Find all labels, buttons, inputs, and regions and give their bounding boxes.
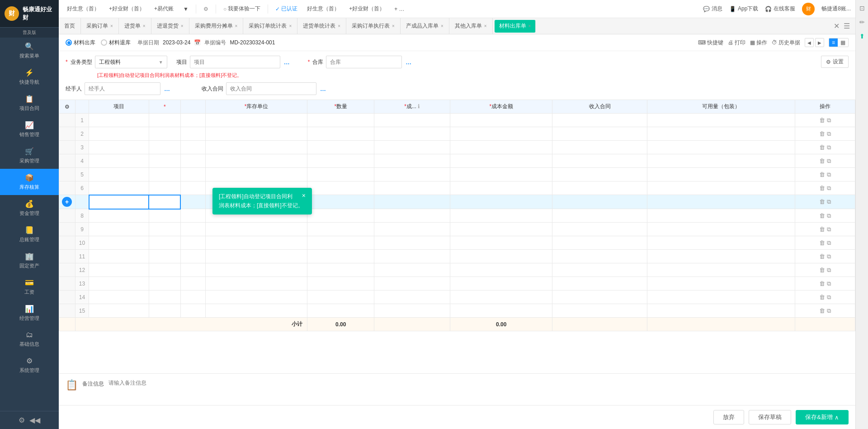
td-spec[interactable] bbox=[180, 236, 205, 250]
td-quantity[interactable] bbox=[307, 277, 374, 291]
delete-icon[interactable]: 🗑 bbox=[819, 212, 825, 219]
tab-close-icon[interactable]: × bbox=[338, 24, 340, 29]
td-spec[interactable] bbox=[180, 181, 205, 195]
tab-purchase-expense[interactable]: 采购费用分摊单 × bbox=[189, 18, 244, 34]
discard-button[interactable]: 放弃 bbox=[713, 410, 744, 424]
delete-icon[interactable]: 🗑 bbox=[819, 267, 825, 273]
td-cost-amount[interactable] bbox=[450, 181, 552, 195]
sidebar-item-inventory[interactable]: 📦 库存核算 bbox=[0, 169, 59, 195]
nav-haoyecai2[interactable]: +好业财（首） bbox=[345, 0, 388, 18]
message-btn[interactable]: 💬 消息 bbox=[703, 5, 722, 13]
td-material[interactable] bbox=[149, 114, 180, 127]
td-spec[interactable] bbox=[180, 223, 205, 236]
tab-close-icon[interactable]: × bbox=[235, 24, 238, 29]
td-material[interactable] bbox=[149, 141, 180, 154]
td-income-contract[interactable] bbox=[552, 168, 647, 181]
tab-purchase-stat[interactable]: 采购订单统计表 × bbox=[243, 18, 297, 34]
more-tabs-icon[interactable]: ☰ bbox=[843, 21, 851, 31]
td-available-qty[interactable] bbox=[647, 114, 795, 127]
td-material[interactable] bbox=[149, 277, 180, 291]
td-project[interactable] bbox=[89, 250, 149, 263]
user-avatar[interactable]: 财 bbox=[802, 3, 815, 15]
delete-icon[interactable]: 🗑 bbox=[819, 294, 825, 300]
copy-icon[interactable]: ⧉ bbox=[827, 239, 831, 246]
td-income-contract[interactable] bbox=[552, 304, 647, 318]
td-project[interactable] bbox=[89, 181, 149, 195]
tab-home[interactable]: 首页 bbox=[59, 18, 81, 34]
td-cost-price[interactable] bbox=[374, 223, 450, 236]
td-material[interactable] bbox=[149, 223, 180, 236]
delete-icon[interactable]: 🗑 bbox=[819, 280, 825, 287]
td-cost-price[interactable] bbox=[374, 304, 450, 318]
tab-close-icon[interactable]: × bbox=[143, 24, 146, 29]
sidebar-item-management[interactable]: 📊 经营管理 bbox=[0, 300, 59, 326]
td-stock-unit[interactable] bbox=[205, 277, 307, 291]
prev-page-btn[interactable]: ◀ bbox=[805, 38, 814, 47]
td-spec[interactable] bbox=[180, 209, 205, 223]
delete-icon[interactable]: 🗑 bbox=[819, 253, 825, 260]
app-download-btn[interactable]: 📱 App下载 bbox=[729, 5, 758, 13]
copy-icon[interactable]: ⧉ bbox=[827, 130, 831, 137]
td-stock-unit[interactable] bbox=[205, 223, 307, 236]
td-cost-amount[interactable] bbox=[450, 114, 552, 127]
copy-icon[interactable]: ⧉ bbox=[827, 144, 831, 151]
tooltip-close-btn[interactable]: × bbox=[302, 192, 306, 199]
td-project[interactable] bbox=[89, 277, 149, 291]
copy-icon[interactable]: ⧉ bbox=[827, 185, 831, 191]
right-panel-icon-1[interactable]: ⊡ bbox=[859, 5, 865, 12]
copy-icon[interactable]: ⧉ bbox=[827, 198, 831, 205]
td-available-qty[interactable] bbox=[647, 263, 795, 277]
td-cost-amount[interactable] bbox=[450, 277, 552, 291]
td-available-qty[interactable] bbox=[647, 236, 795, 250]
copy-icon[interactable]: ⧉ bbox=[827, 157, 831, 164]
nav-haoyecai[interactable]: +好业财（首） bbox=[105, 0, 148, 18]
td-available-qty[interactable] bbox=[647, 141, 795, 154]
td-cost-amount[interactable] bbox=[450, 209, 552, 223]
td-cost-price[interactable] bbox=[374, 181, 450, 195]
radio-material-return[interactable]: 材料退库 bbox=[101, 39, 131, 47]
td-project[interactable] bbox=[89, 209, 149, 223]
tab-close-icon[interactable]: × bbox=[181, 24, 184, 29]
td-available-qty[interactable] bbox=[647, 250, 795, 263]
td-stock-unit[interactable] bbox=[205, 304, 307, 318]
td-available-qty[interactable] bbox=[647, 304, 795, 318]
th-gear[interactable]: ⚙ bbox=[59, 100, 75, 114]
tab-product-inbound[interactable]: 产成品入库单 × bbox=[401, 18, 449, 34]
next-page-btn[interactable]: ▶ bbox=[815, 38, 824, 47]
settings-btn[interactable]: ⚙ 设置 bbox=[821, 56, 849, 68]
td-material[interactable] bbox=[149, 263, 180, 277]
grid-view-btn[interactable]: ▦ bbox=[838, 38, 848, 47]
td-income-contract[interactable] bbox=[552, 277, 647, 291]
td-cost-price[interactable] bbox=[374, 168, 450, 181]
td-cost-price[interactable] bbox=[374, 250, 450, 263]
td-spec[interactable] bbox=[180, 277, 205, 291]
delete-icon[interactable]: 🗑 bbox=[819, 130, 825, 137]
add-row-icon[interactable]: + bbox=[62, 197, 72, 207]
delete-icon[interactable]: 🗑 bbox=[819, 157, 825, 164]
td-cost-amount-active[interactable] bbox=[450, 195, 552, 209]
td-quantity[interactable] bbox=[307, 223, 374, 236]
td-stock-unit[interactable] bbox=[205, 114, 307, 127]
td-cost-price[interactable] bbox=[374, 141, 450, 154]
tab-close-icon[interactable]: × bbox=[110, 24, 113, 29]
history-btn[interactable]: ⏱ 历史单据 bbox=[772, 39, 800, 47]
td-income-contract[interactable] bbox=[552, 250, 647, 263]
sidebar-item-assets[interactable]: 🏢 固定资产 bbox=[0, 248, 59, 274]
td-quantity[interactable] bbox=[307, 250, 374, 263]
td-quantity[interactable] bbox=[307, 127, 374, 141]
username[interactable]: 畅捷通8账... bbox=[821, 5, 851, 13]
note-input[interactable] bbox=[108, 377, 849, 394]
td-stock-unit[interactable] bbox=[205, 141, 307, 154]
td-stock-unit[interactable] bbox=[205, 168, 307, 181]
td-quantity[interactable] bbox=[307, 304, 374, 318]
tab-other-inbound[interactable]: 其他入库单 × bbox=[449, 18, 493, 34]
copy-icon[interactable]: ⧉ bbox=[827, 117, 831, 124]
td-income-contract[interactable] bbox=[552, 127, 647, 141]
settings-icon[interactable]: ⚙ bbox=[19, 416, 25, 424]
td-material[interactable] bbox=[149, 168, 180, 181]
td-add-btn[interactable]: + bbox=[59, 195, 75, 209]
delete-icon[interactable]: 🗑 bbox=[819, 239, 825, 246]
warehouse-input[interactable] bbox=[326, 56, 402, 68]
copy-icon[interactable]: ⧉ bbox=[827, 307, 831, 314]
right-panel-icon-2[interactable]: ✏ bbox=[859, 19, 865, 26]
